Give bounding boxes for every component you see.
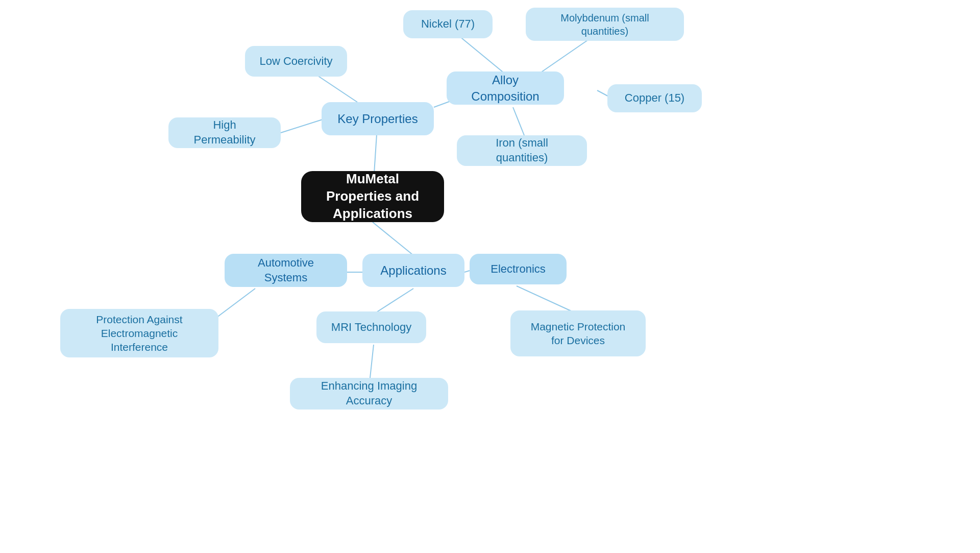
mri-label: MRI Technology — [331, 320, 411, 335]
center-label: MuMetal Properties and Applications — [315, 171, 430, 222]
low-coercivity-node: Low Coercivity — [245, 46, 347, 77]
center-node: MuMetal Properties and Applications — [301, 171, 444, 222]
automotive-node: Automotive Systems — [225, 254, 347, 287]
high-permeability-node: High Permeability — [168, 117, 281, 148]
imaging-label: Enhancing Imaging Accuracy — [304, 379, 434, 408]
high-permeability-label: High Permeability — [183, 118, 266, 147]
svg-line-8 — [513, 107, 524, 135]
magnetic-protection-label: Magnetic Protection for Devices — [525, 320, 631, 348]
alloy-composition-label: Alloy Composition — [461, 72, 550, 104]
copper-label: Copper (15) — [625, 91, 684, 106]
molybdenum-label: Molybdenum (small quantities) — [540, 11, 670, 38]
emi-protection-node: Protection Against Electromagnetic Inter… — [60, 309, 218, 357]
imaging-node: Enhancing Imaging Accuracy — [290, 378, 448, 410]
iron-label: Iron (small quantities) — [471, 136, 573, 165]
applications-node: Applications — [362, 254, 464, 287]
key-properties-node: Key Properties — [322, 102, 434, 135]
electronics-label: Electronics — [491, 262, 546, 277]
alloy-composition-node: Alloy Composition — [447, 71, 564, 105]
electronics-node: Electronics — [470, 254, 567, 284]
svg-line-11 — [374, 288, 413, 314]
svg-line-13 — [517, 286, 578, 314]
svg-line-10 — [464, 271, 470, 272]
automotive-label: Automotive Systems — [239, 256, 333, 285]
low-coercivity-label: Low Coercivity — [259, 54, 332, 69]
nickel-node: Nickel (77) — [403, 10, 493, 38]
nickel-label: Nickel (77) — [421, 17, 475, 32]
svg-line-3 — [281, 119, 324, 133]
mri-node: MRI Technology — [316, 311, 426, 343]
svg-line-1 — [373, 222, 413, 255]
key-properties-label: Key Properties — [337, 111, 418, 127]
svg-line-14 — [370, 345, 374, 378]
copper-node: Copper (15) — [607, 84, 702, 112]
molybdenum-node: Molybdenum (small quantities) — [526, 8, 684, 41]
emi-protection-label: Protection Against Electromagnetic Inter… — [75, 312, 204, 354]
applications-label: Applications — [380, 262, 446, 278]
iron-node: Iron (small quantities) — [457, 135, 587, 166]
magnetic-protection-node: Magnetic Protection for Devices — [510, 310, 646, 356]
